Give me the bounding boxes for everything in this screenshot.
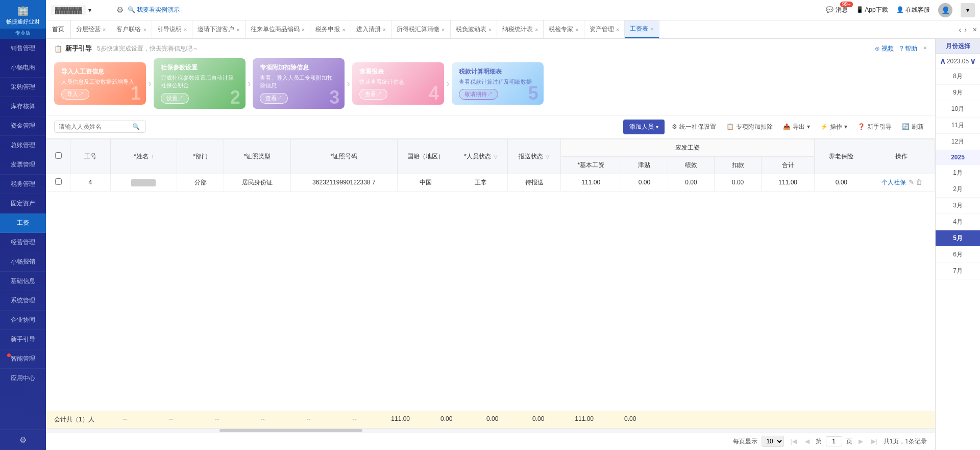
step-5-desc: 查看税款计算过程及明细数据	[459, 78, 536, 86]
row-checkbox[interactable]	[46, 174, 70, 191]
month-item-1[interactable]: 1月	[936, 165, 980, 181]
sidebar-item-tax[interactable]: 税务管理	[0, 175, 46, 194]
chevron-down-icon[interactable]: ▾	[88, 7, 91, 14]
sidebar-item-coop[interactable]: 企业协同	[0, 311, 46, 330]
app-download-button[interactable]: 📱 App下载	[856, 6, 888, 14]
user-menu[interactable]: ▾	[961, 3, 975, 17]
step-3-btn[interactable]: 查看↗	[260, 93, 288, 104]
step-4-btn[interactable]: 查看↗	[359, 89, 387, 100]
guide-video-link[interactable]: ⊙ 视频	[875, 44, 894, 53]
month-item-5[interactable]: 5月	[936, 230, 980, 247]
sidebar-menu: 销售管理 小畅电商 采购管理 库存核算 资金管理 总账管理 发票管理 税务管理 …	[0, 39, 46, 430]
month-item-9[interactable]: 9月	[936, 85, 980, 101]
first-page-btn[interactable]: |◀	[788, 437, 798, 446]
sidebar-item-guide[interactable]: 新手引导	[0, 330, 46, 349]
guide-close-icon[interactable]: ×	[923, 44, 927, 53]
company-selector[interactable]: ▓▓▓▓▓▓ ▾	[51, 5, 112, 15]
tab-goods-code[interactable]: 往来单位商品编码 ×	[246, 20, 310, 38]
tab-prev-icon[interactable]: ‹	[958, 25, 962, 35]
tab-fencan[interactable]: 分层经营 ×	[71, 20, 111, 38]
tab-tax-stats[interactable]: 纳税统计表 ×	[497, 20, 544, 38]
tab-invite[interactable]: 邀请下游客户 ×	[192, 20, 245, 38]
operations-btn[interactable]: ⚡ 操作 ▾	[817, 121, 850, 133]
prev-page-btn[interactable]: ◀	[803, 437, 812, 446]
next-page-btn[interactable]: ▶	[856, 437, 865, 446]
row-select-checkbox[interactable]	[55, 178, 62, 185]
horizontal-scrollbar[interactable]	[46, 428, 935, 432]
tab-next-icon[interactable]: ›	[963, 25, 968, 35]
personal-insurance-link[interactable]: 个人社保	[881, 179, 906, 186]
online-service-button[interactable]: 👤 在线客服	[896, 6, 930, 14]
header-settings-icon[interactable]: ⚙	[116, 5, 124, 15]
refresh-icon: 🔄	[902, 123, 910, 130]
avatar[interactable]: 👤	[938, 3, 952, 17]
sidebar-item-purchase[interactable]: 采购管理	[0, 78, 46, 97]
sidebar-item-inventory[interactable]: 库存核算	[0, 97, 46, 116]
delete-icon[interactable]: 🗑	[916, 178, 922, 186]
msg-badge: 99+	[840, 2, 853, 7]
sidebar-item-ops[interactable]: 经营管理	[0, 233, 46, 252]
tab-clear-book[interactable]: 进入清册 ×	[351, 20, 391, 38]
month-item-7[interactable]: 7月	[936, 263, 980, 279]
step-4-title: 查看报表	[359, 67, 437, 76]
month-item-10[interactable]: 10月	[936, 101, 980, 117]
month-item-8[interactable]: 8月	[936, 68, 980, 85]
year-next-icon[interactable]: ∨	[970, 56, 976, 66]
guide-help-link[interactable]: ? 帮助	[900, 44, 917, 53]
sidebar-item-sys[interactable]: 系统管理	[0, 291, 46, 311]
per-page-select[interactable]: 10 20 50	[762, 436, 784, 447]
sidebar-item-apps[interactable]: 应用中心	[0, 369, 46, 388]
last-page-btn[interactable]: ▶|	[869, 437, 879, 446]
page-num-input[interactable]	[826, 436, 842, 446]
cell-name	[110, 174, 177, 191]
step-5-btn[interactable]: 敬请期待↗	[459, 89, 498, 100]
year-prev-icon[interactable]: ∧	[940, 56, 946, 66]
new-guide-btn[interactable]: ❓ 新手引导	[854, 121, 895, 133]
company-name[interactable]: ▓▓▓▓▓▓	[51, 5, 86, 15]
tab-home[interactable]: 首页	[46, 20, 71, 38]
sidebar-item-expense[interactable]: 小畅报销	[0, 252, 46, 272]
tab-asset-mgr[interactable]: 资产管理 ×	[584, 20, 625, 38]
select-all-checkbox[interactable]	[55, 152, 62, 159]
tab-close-all-icon[interactable]: ×	[970, 26, 980, 34]
month-item-11[interactable]: 11月	[936, 117, 980, 134]
add-person-button[interactable]: 添加人员 ▾	[623, 120, 665, 134]
guide-icon: 📋	[54, 45, 62, 53]
scrollbar-thumb[interactable]	[219, 429, 362, 432]
demo-link[interactable]: 🔍 我要看实例演示	[128, 6, 180, 14]
special-deduction-btn[interactable]: 📋 专项附加扣除	[723, 121, 776, 133]
sidebar-item-base[interactable]: 基础信息	[0, 272, 46, 291]
sidebar-item-invoice[interactable]: 发票管理	[0, 155, 46, 175]
month-item-12[interactable]: 12月	[936, 134, 980, 150]
unified-insurance-btn[interactable]: ⚙ 统一社保设置	[669, 121, 719, 133]
sidebar-item-funds[interactable]: 资金管理	[0, 116, 46, 136]
sidebar-item-sales[interactable]: 销售管理	[0, 39, 46, 58]
th-checkbox	[46, 139, 70, 174]
settings-icon[interactable]: ⚙	[0, 430, 46, 450]
tab-income-tax[interactable]: 所得税汇算清缴 ×	[391, 20, 450, 38]
month-item-2[interactable]: 2月	[936, 181, 980, 198]
tab-tax-report[interactable]: 税务申报 ×	[310, 20, 351, 38]
month-item-6[interactable]: 6月	[936, 247, 980, 263]
tab-salary[interactable]: 工资表 ×	[625, 20, 659, 38]
month-item-3[interactable]: 3月	[936, 198, 980, 214]
tab-guide[interactable]: 引导说明 ×	[152, 20, 192, 38]
msg-button[interactable]: 💬 消息 99+	[826, 6, 847, 14]
export-btn[interactable]: 📤 导出 ▾	[780, 121, 813, 133]
step-1-btn[interactable]: 导入↗	[61, 89, 89, 100]
sidebar-item-ledger[interactable]: 总账管理	[0, 136, 46, 155]
tab-contact[interactable]: 客户联络 ×	[111, 20, 152, 38]
edit-icon[interactable]: ✎	[909, 178, 914, 186]
month-item-4[interactable]: 4月	[936, 214, 980, 230]
tab-tax-burden[interactable]: 税负波动表 ×	[451, 20, 497, 38]
sidebar-item-salary[interactable]: 工资	[0, 214, 46, 233]
search-input[interactable]	[59, 123, 130, 130]
sidebar-item-ecom[interactable]: 小畅电商	[0, 58, 46, 78]
step-2-btn[interactable]: 设置↗	[161, 93, 189, 104]
refresh-btn[interactable]: 🔄 刷新	[899, 121, 927, 133]
sidebar-item-ai[interactable]: 智能管理	[0, 349, 46, 369]
sidebar-item-assets[interactable]: 固定资产	[0, 194, 46, 214]
search-icon[interactable]: 🔍	[132, 123, 140, 130]
cell-base-wage: 111.00	[561, 174, 621, 191]
tab-tax-expert[interactable]: 税检专家 ×	[544, 20, 584, 38]
